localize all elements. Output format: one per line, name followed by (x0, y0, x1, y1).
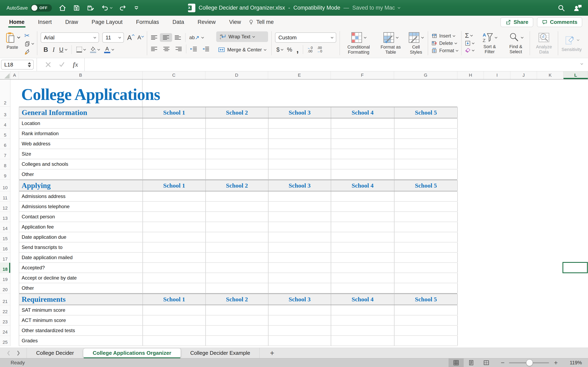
data-cell[interactable] (143, 118, 206, 128)
data-cell[interactable] (268, 212, 331, 222)
share-contact-icon[interactable] (573, 4, 582, 12)
undo-dropdown-icon[interactable] (110, 6, 112, 9)
saved-status[interactable]: Saved to my Mac (352, 5, 395, 11)
row-header-4[interactable]: 4 (0, 118, 10, 129)
data-cell[interactable] (331, 232, 394, 242)
formula-input[interactable] (85, 58, 588, 71)
format-painter-icon[interactable] (24, 49, 30, 55)
data-cell[interactable] (394, 273, 458, 283)
delete-cells-button[interactable]: Delete (432, 40, 458, 46)
prev-sheet-icon[interactable] (7, 350, 11, 356)
row-header-15[interactable]: 15 (0, 232, 10, 242)
data-cell[interactable] (268, 139, 331, 149)
sort-filter-button[interactable]: A Z Sort & Filter (479, 32, 500, 54)
currency-button[interactable]: $ (276, 47, 283, 53)
format-as-table-button[interactable]: Format as Table (379, 32, 402, 55)
name-box-stepper[interactable] (27, 62, 33, 67)
format-cells-button[interactable]: Format (432, 48, 458, 53)
row-header-14[interactable]: 14 (0, 222, 10, 232)
data-cell[interactable] (268, 169, 331, 179)
column-header-H[interactable]: H (457, 71, 484, 79)
row-header-13[interactable]: 13 (0, 212, 10, 222)
data-cell[interactable] (331, 222, 394, 232)
align-middle-button[interactable] (160, 33, 172, 42)
sheet-tab-college-applications-organizer[interactable]: College Applications Organizer (83, 349, 181, 358)
next-sheet-icon[interactable] (16, 350, 20, 356)
data-cell[interactable] (268, 325, 331, 335)
data-cell[interactable] (394, 325, 458, 335)
data-cell[interactable] (143, 253, 206, 262)
data-cell[interactable] (331, 325, 394, 335)
autosave-toggle[interactable]: AutoSave OFF (7, 4, 52, 12)
data-cell[interactable] (143, 242, 206, 252)
data-cell[interactable] (394, 305, 458, 315)
data-cell[interactable] (206, 336, 268, 346)
data-cell[interactable] (331, 305, 394, 315)
save-as-icon[interactable] (87, 4, 94, 11)
ribbon-tab-insert[interactable]: Insert (31, 16, 59, 29)
borders-button[interactable] (76, 47, 86, 52)
ribbon-tab-formulas[interactable]: Formulas (129, 16, 166, 29)
number-format-select[interactable]: Custom (275, 33, 336, 43)
stepper-up-icon[interactable] (28, 62, 31, 64)
saved-status-chevron-icon[interactable] (398, 6, 400, 9)
data-cell[interactable] (268, 159, 331, 169)
fill-button[interactable] (465, 41, 474, 46)
data-cell[interactable] (394, 202, 458, 211)
row-header-25[interactable]: 25 (0, 336, 10, 346)
data-cell[interactable] (394, 159, 458, 169)
data-cell[interactable] (206, 202, 268, 211)
data-cell[interactable] (206, 159, 268, 169)
column-header-K[interactable]: K (537, 71, 563, 79)
row-header-16[interactable]: 16 (0, 242, 10, 253)
selected-cell-L18[interactable] (562, 262, 588, 273)
data-cell[interactable] (268, 192, 331, 201)
row-header-17[interactable]: 17 (0, 253, 10, 263)
data-cell[interactable] (143, 139, 206, 149)
font-name-select[interactable]: Arial (41, 33, 99, 43)
row-header-3[interactable]: 3 (0, 107, 10, 118)
data-cell[interactable] (268, 242, 331, 252)
autosave-switch[interactable]: OFF (31, 4, 52, 12)
align-left-icon[interactable] (150, 46, 158, 52)
data-cell[interactable] (206, 192, 268, 201)
column-header-A[interactable]: A (10, 71, 19, 79)
data-cell[interactable] (268, 273, 331, 283)
align-bottom-icon[interactable] (174, 35, 182, 40)
share-button[interactable]: Share (501, 17, 533, 27)
insert-function-button[interactable]: fx (73, 61, 78, 68)
data-cell[interactable] (331, 283, 394, 293)
font-color-button[interactable]: A (104, 46, 114, 53)
data-cell[interactable] (394, 118, 458, 128)
data-cell[interactable] (143, 159, 206, 169)
analyze-data-button[interactable]: Analyze Data (533, 32, 554, 54)
ribbon-tab-review[interactable]: Review (191, 16, 223, 29)
ribbon-tab-page-layout[interactable]: Page Layout (85, 16, 130, 29)
data-cell[interactable] (268, 305, 331, 315)
sheet-title[interactable]: College Applications (21, 85, 160, 104)
row-header-19[interactable]: 19 (0, 273, 10, 283)
page-layout-view-button[interactable] (464, 359, 479, 367)
decrease-decimal-button[interactable]: .00 →0 (317, 46, 322, 53)
row-header-22[interactable]: 22 (0, 305, 10, 315)
select-all-corner[interactable] (0, 71, 10, 79)
zoom-in-button[interactable]: + (554, 359, 558, 366)
data-cell[interactable] (394, 212, 458, 222)
zoom-slider-thumb[interactable] (526, 359, 533, 366)
fill-color-button[interactable] (90, 46, 100, 53)
data-cell[interactable] (206, 325, 268, 335)
insert-cells-button[interactable]: Insert (432, 33, 458, 39)
data-cell[interactable] (394, 232, 458, 242)
data-cell[interactable] (206, 222, 268, 232)
column-header-I[interactable]: I (484, 71, 510, 79)
data-cell[interactable] (394, 149, 458, 159)
row-header-2[interactable]: 2 (0, 80, 10, 107)
wrap-text-button[interactable]: ab c Wrap Text (216, 31, 268, 42)
data-cell[interactable] (143, 263, 206, 273)
column-header-L[interactable]: L (563, 71, 588, 79)
data-cell[interactable] (268, 202, 331, 211)
data-cell[interactable] (206, 263, 268, 273)
data-cell[interactable] (206, 315, 268, 325)
row-header-10[interactable]: 10 (0, 180, 10, 192)
data-cell[interactable] (268, 283, 331, 293)
